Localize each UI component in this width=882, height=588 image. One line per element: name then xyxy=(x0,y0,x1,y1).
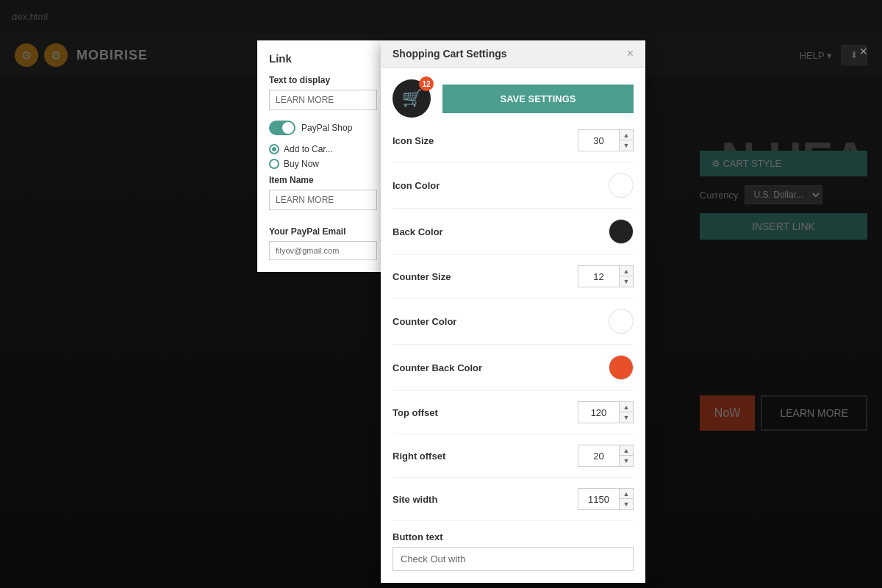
email-label: Your PayPal Email xyxy=(269,226,377,237)
icon-color-row: Icon Color xyxy=(392,173,634,209)
add-to-cart-label: Add to Car... xyxy=(284,144,333,154)
dialog-title: Shopping Cart Settings xyxy=(392,48,507,60)
paypal-toggle-row: PayPal Shop xyxy=(269,121,377,135)
button-text-section: Button text xyxy=(392,531,634,571)
counter-back-color-swatch[interactable] xyxy=(609,355,634,380)
right-offset-spinner: ▲ ▼ xyxy=(619,445,634,467)
save-settings-button[interactable]: SAVE SETTINGS xyxy=(442,85,634,113)
right-offset-down[interactable]: ▼ xyxy=(620,456,633,466)
top-offset-spinner: ▲ ▼ xyxy=(619,401,634,423)
back-color-row: Back Color xyxy=(392,219,634,255)
email-input[interactable] xyxy=(269,241,377,260)
icon-size-input-wrap: ▲ ▼ xyxy=(578,129,634,151)
counter-size-input[interactable] xyxy=(578,265,619,287)
cart-dialog: Shopping Cart Settings × 🛒 12 SAVE SETTI… xyxy=(381,40,645,583)
left-panel: Link Text to display PayPal Shop Add to … xyxy=(257,40,390,272)
buy-now-radio[interactable] xyxy=(269,159,279,169)
counter-color-row: Counter Color xyxy=(392,309,634,345)
text-display-input[interactable] xyxy=(269,90,377,110)
counter-size-input-wrap: ▲ ▼ xyxy=(578,265,634,287)
back-color-swatch[interactable] xyxy=(609,219,634,244)
item-name-label: Item Name xyxy=(269,175,377,185)
right-offset-up[interactable]: ▲ xyxy=(620,445,633,456)
cart-badge: 12 xyxy=(419,76,434,91)
right-offset-input-wrap: ▲ ▼ xyxy=(578,445,634,467)
site-width-down[interactable]: ▼ xyxy=(620,499,633,509)
site-width-input-wrap: ▲ ▼ xyxy=(578,488,634,510)
icon-size-spinner: ▲ ▼ xyxy=(619,129,634,151)
counter-size-up[interactable]: ▲ xyxy=(620,266,633,276)
dialog-header: Shopping Cart Settings × xyxy=(381,40,645,68)
right-close-button[interactable]: × xyxy=(859,44,867,60)
counter-color-label: Counter Color xyxy=(392,316,456,327)
right-offset-row: Right offset ▲ ▼ xyxy=(392,445,634,478)
icon-size-row: Icon Size ▲ ▼ xyxy=(392,129,634,162)
counter-size-row: Counter Size ▲ ▼ xyxy=(392,265,634,298)
counter-back-color-label: Counter Back Color xyxy=(392,362,482,373)
top-offset-label: Top offset xyxy=(392,407,438,418)
icon-color-label: Icon Color xyxy=(392,180,440,191)
icon-size-up[interactable]: ▲ xyxy=(620,130,633,140)
counter-color-swatch[interactable] xyxy=(609,309,634,334)
icon-size-input[interactable] xyxy=(578,129,619,151)
toggle-knob xyxy=(282,122,294,134)
site-width-spinner: ▲ ▼ xyxy=(619,488,634,510)
text-display-label: Text to display xyxy=(269,75,377,85)
cart-icon-wrap: 🛒 12 xyxy=(392,79,431,118)
counter-size-down[interactable]: ▼ xyxy=(620,276,633,287)
dialog-body: 🛒 12 SAVE SETTINGS Icon Size ▲ ▼ Icon Co… xyxy=(381,68,645,583)
button-text-label: Button text xyxy=(392,531,634,542)
right-close: × xyxy=(859,44,867,60)
paypal-label: PayPal Shop xyxy=(301,123,352,133)
icon-size-label: Icon Size xyxy=(392,135,434,146)
top-offset-input[interactable] xyxy=(578,401,619,423)
counter-size-label: Counter Size xyxy=(392,271,451,282)
top-offset-down[interactable]: ▼ xyxy=(620,412,633,423)
site-width-up[interactable]: ▲ xyxy=(620,489,633,499)
right-offset-input[interactable] xyxy=(578,445,619,467)
counter-size-spinner: ▲ ▼ xyxy=(619,265,634,287)
buy-now-label: Buy Now xyxy=(284,159,319,169)
top-offset-input-wrap: ▲ ▼ xyxy=(578,401,634,423)
close-button[interactable]: × xyxy=(627,48,634,60)
icon-size-down[interactable]: ▼ xyxy=(620,140,633,151)
buy-now-row: Buy Now xyxy=(269,159,377,169)
counter-back-color-row: Counter Back Color xyxy=(392,355,634,391)
left-panel-title: Link xyxy=(269,52,377,65)
right-offset-label: Right offset xyxy=(392,451,445,462)
icon-color-swatch[interactable] xyxy=(609,173,634,198)
paypal-toggle[interactable] xyxy=(269,121,295,135)
top-offset-row: Top offset ▲ ▼ xyxy=(392,401,634,434)
item-name-input[interactable] xyxy=(269,190,377,210)
top-offset-up[interactable]: ▲ xyxy=(620,402,633,412)
back-color-label: Back Color xyxy=(392,226,443,237)
site-width-row: Site width ▲ ▼ xyxy=(392,488,634,521)
site-width-label: Site width xyxy=(392,494,437,505)
add-to-cart-radio[interactable] xyxy=(269,144,279,154)
button-text-input[interactable] xyxy=(392,547,634,571)
add-to-cart-row: Add to Car... xyxy=(269,144,377,154)
cart-top-row: 🛒 12 SAVE SETTINGS xyxy=(392,79,634,118)
site-width-input[interactable] xyxy=(578,488,619,510)
